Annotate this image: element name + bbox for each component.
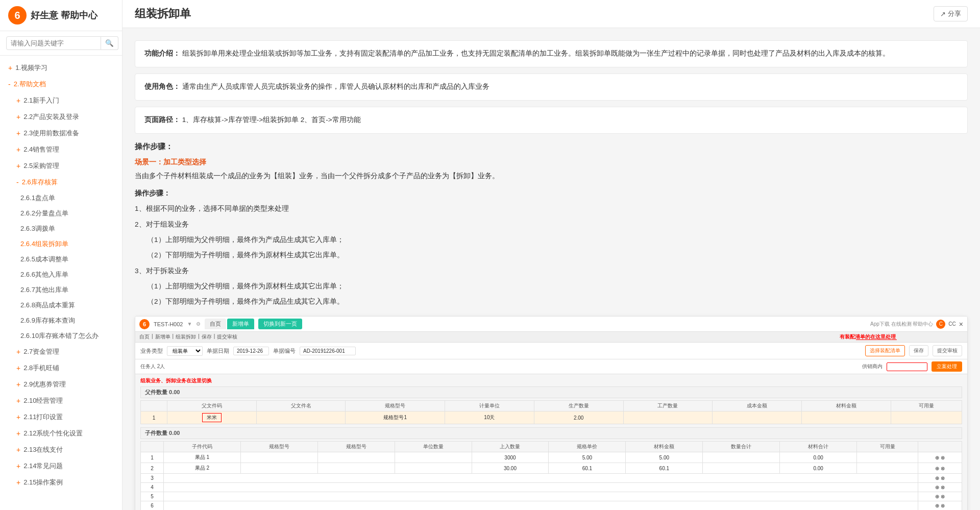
ss-type-label: 业务类型 [140,347,163,355]
sidebar-item-label: 2.15操作案例 [23,478,63,487]
ss-table-row: 6 ⊕ ⊗ [141,501,962,510]
ss-td [857,463,918,474]
expand-icon: + [16,462,20,470]
ss-th: 父文件码 [167,401,256,411]
ss-nav-item[interactable]: 自页 [139,333,150,341]
sidebar-item-2-6[interactable]: - 2.6库存核算 [0,174,122,190]
sidebar-item-docs[interactable]: - 2.帮助文档 [0,76,122,92]
sidebar-item-2-9[interactable]: + 2.9优惠券管理 [0,376,122,393]
ss-th: 单位数量 [395,442,472,452]
ss-switch-btn[interactable]: 切换到新一页 [258,319,302,329]
ss-td: 4 [141,483,164,492]
sidebar-item-2-13[interactable]: + 2.13在线支付 [0,442,122,458]
sidebar-item-2-11[interactable]: + 2.11打印设置 [0,409,122,425]
ss-top-table: 父文件码 父文件名 规格型号 计量单位 生产数量 工产数量 成本金额 材料金额 … [140,400,962,424]
page-title: 组装拆卸单 [135,6,191,21]
ss-choose-btn[interactable]: 选择装配清单 [865,345,905,356]
sidebar-item-2-6-2[interactable]: 2.6.2分量盘点单 [0,206,122,221]
sidebar-item-2-6-10[interactable]: 2.6.10库存账本错了怎么办 [0,328,122,344]
ss-tab-new[interactable]: 新增单 [227,319,254,329]
sidebar-item-2-6-4[interactable]: 2.6.4组装拆卸单 [0,236,122,252]
sidebar-item-2-6-1[interactable]: 2.6.1盘点单 [0,190,122,206]
sidebar-item-label: 2.2产品安装及登录 [23,112,79,122]
expand-icon: + [16,380,20,388]
sidebar-item-2-5[interactable]: + 2.5采购管理 [0,158,122,174]
share-label: 分享 [948,9,961,18]
ss-th [141,401,167,411]
sidebar-item-2-6-3[interactable]: 2.6.3调拨单 [0,221,122,236]
search-button[interactable]: 🔍 [101,36,118,50]
step2: 2、对于组装业务 [135,218,968,231]
ss-nav-item5[interactable]: 提交审核 [217,333,237,341]
sidebar-item-2-1[interactable]: + 2.1新手入门 [0,92,122,109]
sidebar-item-2-2[interactable]: + 2.2产品安装及登录 [0,109,122,125]
sidebar-item-label: 2.14常见问题 [23,462,63,471]
ss-nav-separator3: | [198,333,200,341]
sidebar-item-label: 2.4销售管理 [23,145,59,154]
ss-td [395,463,472,474]
ss-nav-item2[interactable]: 新增单 [155,333,170,341]
path-text: 1、库存核算->库存管理->组装拆卸单 2、首页->常用功能 [182,116,361,124]
search-input[interactable] [6,36,101,50]
intro-block: 功能介绍： 组装拆卸单用来处理企业组装或拆卸等加工业务，支持有固定装配清单的产品… [135,40,968,67]
expand-icon: + [16,348,20,356]
path-block: 页面路径： 1、库存核算->库存管理->组装拆卸单 2、首页->常用功能 [135,107,968,134]
intro-text: 组装拆卸单用来处理企业组装或拆卸等加工业务，支持有固定装配清单的产品加工业务，也… [182,50,890,57]
ss-type-select[interactable]: 组装单 拆卸单 [167,346,203,356]
expand-icon: + [16,478,20,487]
ss-th: 可用量 [891,401,962,411]
ss-nav-item3[interactable]: 组装拆卸 [176,333,196,341]
sidebar-item-2-6-8[interactable]: 2.6.8商品成本重算 [0,298,122,313]
sidebar-item-label: 2.帮助文档 [14,80,46,89]
ss-table-row: 4 ⊕ ⊗ [141,483,962,492]
ss-td [163,474,918,483]
sidebar-item-2-12[interactable]: + 2.12系统个性化设置 [0,425,122,442]
ss-save-btn[interactable]: 保存 [909,345,928,356]
ss-search-label: 供销商内 [862,363,883,370]
ss-td: 5.00 [626,452,703,463]
ss-td: ⊕ ⊗ [918,501,962,510]
ss-td [703,452,780,463]
sidebar-item-2-14[interactable]: + 2.14常见问题 [0,458,122,474]
path-label: 页面路径： [144,116,180,124]
ops-steps-label: 操作步骤： [135,187,968,200]
ss-tab-home[interactable]: 自页 [205,319,226,329]
step3-1: （1）上部明细为父件明细，最终作为原材料生成其它出库单； [147,280,968,293]
sidebar-item-2-6-5[interactable]: 2.6.5成本调整单 [0,252,122,267]
ss-td [802,411,891,424]
sidebar-item-2-15[interactable]: + 2.15操作案例 [0,474,122,491]
ss-submit-btn[interactable]: 提交审核 [933,345,962,356]
ss-settings-icon: ⚙ [196,321,201,327]
ss-nav-item4[interactable]: 保存 [202,333,212,341]
sidebar-item-2-8[interactable]: + 2.8手机旺铺 [0,360,122,376]
sidebar-item-label: 2.11打印设置 [23,412,63,422]
ss-order-label: 单据编号 [273,347,296,355]
ss-date-label: 单据日期 [207,347,229,355]
annotation-line1 [856,339,897,340]
ss-search-field[interactable] [887,362,927,371]
ss-td: ⊕ ⊗ [918,474,962,483]
ss-td [163,483,918,492]
ss-close-icon[interactable]: × [959,320,963,328]
expand-icon: + [16,429,20,438]
sidebar-item-2-4[interactable]: + 2.4销售管理 [0,141,122,158]
ss-th: 工产数量 [623,401,713,411]
share-button[interactable]: ↗ 分享 [934,6,968,21]
ss-td: ⊕ ⊗ [918,452,962,463]
sidebar-item-2-6-9[interactable]: 2.6.9库存账本查询 [0,313,122,328]
ss-td: 1 [141,411,167,424]
sidebar-item-2-3[interactable]: + 2.3使用前数据准备 [0,125,122,141]
ss-th: 材料金额 [802,401,891,411]
ss-apply-btn[interactable]: 立案处理 [932,361,962,372]
sidebar-nav: + 1.视频学习 - 2.帮助文档 + 2.1新手入门 + 2.2产品安装及登录… [0,56,122,510]
sidebar-item-label: 2.3使用前数据准备 [23,129,79,138]
sidebar-item-2-6-6[interactable]: 2.6.6其他入库单 [0,267,122,282]
sidebar-item-2-7[interactable]: + 2.7资金管理 [0,344,122,360]
sidebar-item-2-6-7[interactable]: 2.6.7其他出库单 [0,282,122,298]
step2-2: （2）下部明细为子件明细，最终作为原材料生成其它出库单。 [147,249,968,261]
sidebar-item-2-10[interactable]: + 2.10经营管理 [0,393,122,409]
role-label: 使用角色： [144,83,180,90]
sidebar-item-videos[interactable]: + 1.视频学习 [0,60,122,76]
ss-td: 2 [141,463,164,474]
ss-td [395,452,472,463]
